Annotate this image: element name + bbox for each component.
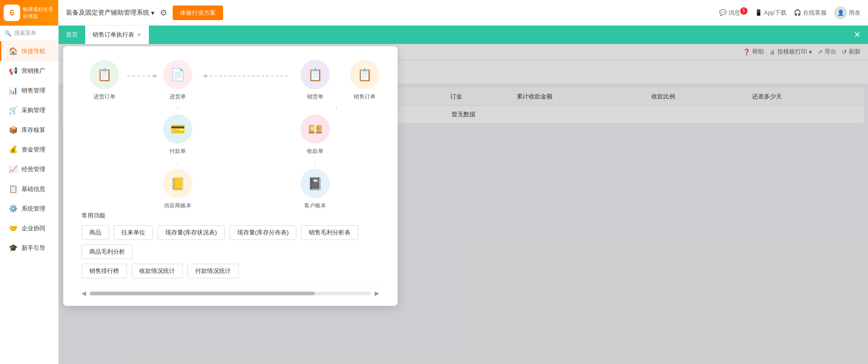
page-content: ❓ 帮助 🖨 按模板打印 ▾ ↗ 导出 ↺ 刷新 📅 单据状态 ▾ (59, 44, 868, 364)
sidebar-item-guide[interactable]: 🎓 新手引导 (0, 238, 58, 258)
basic-icon: 📋 (9, 185, 18, 193)
marketing-icon: 📢 (9, 66, 18, 75)
arrow-down-3: ↓ (314, 155, 317, 169)
user-avatar[interactable]: 👤 用友 (834, 6, 861, 19)
sidebar-item-label: 企业协同 (22, 224, 45, 233)
sidebar-item-business[interactable]: 📈 经营管理 (0, 159, 58, 179)
func-btn-payment-stats[interactable]: 付款情况统计 (187, 264, 239, 278)
app-download-label: App下载 (764, 9, 786, 17)
sidebar-item-label: 基础信息 (22, 185, 45, 193)
search-label: 搜索菜单 (14, 29, 36, 37)
scroll-right-icon[interactable]: ▶ (375, 290, 379, 297)
sidebar-item-basic[interactable]: 📋 基础信息 (0, 179, 58, 199)
receipt-item[interactable]: 💴 收款单 (300, 114, 330, 155)
purchase-bill-circle[interactable]: 📄 (163, 60, 192, 89)
logo-text: 畅康通好生意 标准版 (23, 6, 53, 20)
scroll-left-icon[interactable]: ◀ (82, 290, 86, 297)
sidebar-item-label: 采购管理 (22, 106, 45, 114)
topbar-right: 💬 消息 5 📱 App下载 🎧 在线客服 👤 用友 (719, 6, 861, 19)
sidebar: 6 畅康通好生意 标准版 🔍 搜索菜单 🏠 快捷导航 📢 营销推广 📊 销售管理… (0, 0, 59, 364)
sidebar-item-quick[interactable]: 🏠 快捷导航 (0, 41, 58, 61)
trial-button[interactable]: 体验行业方案 (173, 5, 223, 20)
tab-home[interactable]: 首页 (59, 26, 85, 44)
purchase-order-item[interactable]: 📋 进货订单 (90, 60, 119, 101)
collab-icon: 🤝 (9, 224, 18, 233)
system-title-dropdown[interactable]: 装备及固定资产辅助管理系统 ▾ (66, 9, 154, 17)
system-title: 装备及固定资产辅助管理系统 (66, 9, 149, 17)
download-icon: 📱 (755, 9, 762, 16)
sidebar-item-label: 经营管理 (22, 165, 45, 174)
receipt-circle[interactable]: 💴 (300, 114, 330, 144)
sidebar-item-label: 新手引导 (22, 244, 45, 252)
supplier-ledger-item[interactable]: 📒 供应商账本 (163, 169, 192, 210)
message-icon: 💬 (719, 9, 726, 16)
scrollbar-track[interactable] (90, 292, 371, 295)
popup-overlay: 📋 进货订单 ▶ 📄 (59, 44, 868, 364)
payment-label: 付款单 (169, 147, 186, 155)
sales-bill-circle[interactable]: 📋 (300, 60, 330, 89)
customer-ledger-circle[interactable]: 📓 (300, 169, 330, 198)
service-icon: 🎧 (794, 9, 801, 16)
arrow-right-1: ▶ (127, 76, 155, 86)
sidebar-item-label: 资金管理 (22, 146, 45, 154)
system-icon: ⚙️ (9, 204, 18, 213)
sales-bill-item[interactable]: 📋 销货单 (300, 60, 330, 101)
tab-home-label: 首页 (66, 31, 78, 39)
payment-circle[interactable]: 💳 (163, 114, 192, 144)
func-btn-sales-margin[interactable]: 销售毛利分析表 (301, 225, 358, 240)
message-badge: 5 (740, 7, 748, 15)
func-btn-stock-status[interactable]: 现存量(库存状况表) (158, 225, 225, 240)
func-btn-counterparty[interactable]: 往来单位 (114, 225, 153, 240)
sidebar-item-label: 营销推广 (22, 67, 45, 75)
func-btn-product-margin[interactable]: 商品毛利分析 (82, 244, 133, 259)
supplier-ledger-circle[interactable]: 📒 (163, 169, 192, 198)
func-btn-receipt-stats[interactable]: 收款情况统计 (131, 264, 183, 278)
func-row-1: 商品 往来单位 现存量(库存状况表) 现存量(库存分布表) 销售毛利分析表 商品… (82, 225, 379, 259)
gear-button[interactable]: ⚙ (160, 8, 167, 18)
func-btn-sales-rank[interactable]: 销售排行榜 (82, 264, 127, 278)
sales-order-circle[interactable]: 📋 (350, 60, 379, 89)
sales-order-item[interactable]: 📋 销售订单 (350, 60, 379, 101)
supplier-ledger-icon: 📒 (170, 177, 185, 191)
username-label: 用友 (849, 9, 861, 17)
sales-bill-icon: 📋 (308, 68, 322, 82)
sidebar-item-sales[interactable]: 📊 销售管理 (0, 81, 58, 100)
message-button[interactable]: 💬 消息 5 (719, 9, 748, 17)
customer-ledger-label: 客户账本 (304, 202, 326, 210)
sidebar-item-collab[interactable]: 🤝 企业协同 (0, 218, 58, 238)
func-btn-stock-dist[interactable]: 现存量(库存分布表) (229, 225, 297, 240)
arrow-down-1: ↓ (176, 101, 180, 114)
logo: 6 畅康通好生意 标准版 (0, 0, 58, 26)
sidebar-nav: 🏠 快捷导航 📢 营销推广 📊 销售管理 🛒 采购管理 📦 库存核算 💰 资金管… (0, 41, 58, 364)
func-btn-product[interactable]: 商品 (82, 225, 109, 240)
finance-icon: 💰 (9, 145, 18, 154)
common-functions-title: 常用功能 (82, 212, 379, 220)
customer-ledger-icon: 📓 (308, 177, 322, 191)
arrow-down-sales: ↓ (335, 101, 338, 114)
sidebar-item-label: 系统管理 (22, 205, 45, 213)
sidebar-item-marketing[interactable]: 📢 营销推广 (0, 61, 58, 81)
sidebar-item-label: 库存核算 (22, 126, 45, 134)
sidebar-item-inventory[interactable]: 📦 库存核算 (0, 120, 58, 140)
sales-bill-label: 销货单 (307, 93, 323, 101)
tab-sales-order[interactable]: 销售订单执行表 ✕ (85, 26, 149, 44)
close-all-tabs-button[interactable]: ✕ (846, 30, 868, 40)
sidebar-item-purchase[interactable]: 🛒 采购管理 (0, 100, 58, 120)
purchase-bill-item[interactable]: 📄 进货单 (163, 60, 192, 101)
customer-ledger-item[interactable]: 📓 客户账本 (300, 169, 330, 210)
sidebar-item-finance[interactable]: 💰 资金管理 (0, 140, 58, 159)
purchase-bill-icon: 📄 (170, 68, 185, 82)
scrollbar-row: ◀ ▶ (82, 286, 379, 297)
tab-close-icon[interactable]: ✕ (137, 32, 142, 38)
purchase-icon: 🛒 (9, 106, 18, 114)
business-icon: 📈 (9, 165, 18, 174)
sidebar-item-label: 快捷导航 (22, 47, 45, 55)
sidebar-item-label: 销售管理 (22, 87, 45, 95)
online-service-button[interactable]: 🎧 在线客服 (794, 9, 827, 17)
func-row-2: 销售排行榜 收款情况统计 付款情况统计 (82, 264, 379, 278)
sidebar-item-system[interactable]: ⚙️ 系统管理 (0, 199, 58, 218)
search-menu[interactable]: 🔍 搜索菜单 (0, 26, 58, 41)
purchase-order-circle[interactable]: 📋 (90, 60, 119, 89)
app-download-button[interactable]: 📱 App下载 (755, 9, 786, 17)
payment-item[interactable]: 💳 付款单 (163, 114, 192, 155)
